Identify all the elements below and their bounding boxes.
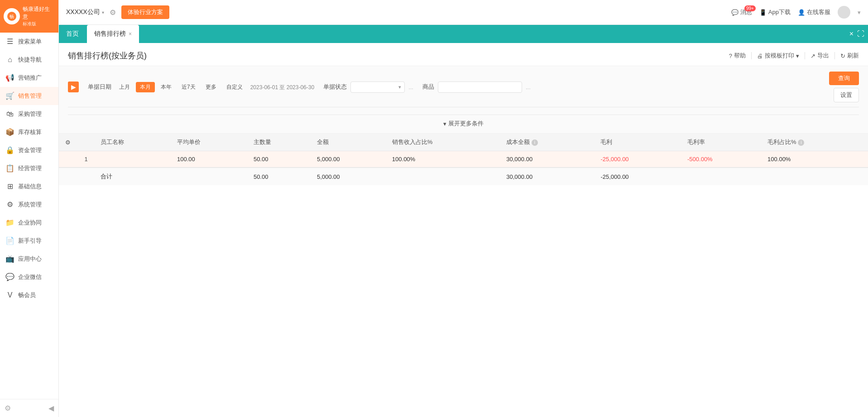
date-btn-this-month[interactable]: 本月 — [136, 82, 155, 92]
col-cost: 成本全额 i — [501, 134, 595, 151]
user-avatar[interactable] — [838, 6, 850, 19]
date-btn-this-year[interactable]: 本年 — [157, 82, 176, 92]
expand-btn[interactable]: ▾ 展开更多条件 — [68, 115, 859, 128]
divider-1 — [751, 52, 752, 59]
online-service-btn[interactable]: 👤 在线客服 — [798, 8, 830, 16]
sidebar-item-purchase[interactable]: 🛍 采购管理 — [0, 105, 58, 123]
sidebar-icon-marketing: 📢 — [5, 73, 14, 82]
help-btn[interactable]: ? 帮助 — [729, 52, 746, 60]
help-icon: ? — [729, 53, 732, 59]
col-gross-pct: 毛利占比% i — [762, 134, 868, 151]
template-print-btn[interactable]: 🖨 按模板打印 ▾ — [757, 52, 799, 60]
page-actions: ? 帮助 🖨 按模板打印 ▾ ↗ 导出 ↻ 刷新 — [729, 52, 859, 60]
footer-sales-pct — [387, 168, 501, 185]
sidebar-label-sales: 销售管理 — [18, 92, 42, 100]
footer-rank-col — [77, 168, 95, 185]
col-main-qty: 主数量 — [248, 134, 312, 151]
sidebar-collapse-icon[interactable]: ◀ — [48, 404, 54, 412]
company-selector[interactable]: XXXXX公司 ▾ — [66, 8, 104, 16]
date-btn-7days[interactable]: 近7天 — [177, 82, 200, 92]
sales-table: ⚙ 员工名称 平均单价 主数量 全额 销售收入占比% 成本全额 i 毛利 毛利率… — [59, 134, 868, 185]
row-avg-price: 100.00 — [172, 151, 248, 168]
notification-btn[interactable]: 💬 消息 99+ — [731, 8, 752, 16]
footer-avg-price — [172, 168, 248, 185]
sidebar-item-guide[interactable]: 📄 新手引导 — [0, 232, 58, 250]
sidebar-item-operations[interactable]: 📋 经营管理 — [0, 159, 58, 177]
row-sales-pct: 100.00% — [387, 151, 501, 168]
row-gross-pct: 100.00% — [762, 151, 868, 168]
row-rank: 1 — [77, 151, 95, 168]
footer-cost: 30,000.00 — [501, 168, 595, 185]
sidebar-item-search-order[interactable]: ☰ 搜索菜单 — [0, 33, 58, 51]
goods-more-icon[interactable]: ... — [526, 84, 531, 91]
export-icon: ↗ — [810, 53, 815, 59]
status-more-icon[interactable]: ... — [408, 84, 413, 91]
goods-input[interactable] — [438, 81, 522, 93]
sidebar-icon-quick-nav: ⌂ — [5, 55, 14, 64]
main-area: XXXXX公司 ▾ ⚙ 体验行业方案 💬 消息 99+ 📱 App下载 👤 在线… — [59, 0, 868, 417]
date-btn-last-month[interactable]: 上月 — [115, 82, 134, 92]
table-header: ⚙ 员工名称 平均单价 主数量 全额 销售收入占比% 成本全额 i 毛利 毛利率… — [59, 134, 868, 151]
sidebar-item-quick-nav[interactable]: ⌂ 快捷导航 — [0, 51, 58, 69]
topbar-gear-icon[interactable]: ⚙ — [110, 8, 116, 17]
company-name: XXXXX公司 — [66, 8, 100, 16]
col-name: 员工名称 — [95, 134, 172, 151]
app-download-btn[interactable]: 📱 App下载 — [759, 8, 791, 16]
grosspct-info-icon[interactable]: i — [798, 139, 804, 146]
tab-sales-ranking[interactable]: 销售排行榜 × — [87, 25, 139, 43]
filter-row-1: ▶ 单据日期 上月 本月 本年 近7天 更多 自定义 2023-06-01 至 … — [68, 72, 859, 102]
sidebar-item-enterprise[interactable]: 📁 企业协同 — [0, 214, 58, 232]
tab-expand-icon[interactable]: ⛶ — [857, 30, 864, 38]
divider-3 — [834, 52, 835, 59]
sidebar-item-inventory[interactable]: 📦 库存核算 — [0, 123, 58, 141]
trial-button[interactable]: 体验行业方案 — [121, 5, 169, 19]
filter-actions: 查询 设置 — [829, 72, 859, 102]
page-title: 销售排行榜(按业务员) — [68, 50, 147, 61]
col-amount: 全额 — [312, 134, 387, 151]
sidebar-settings-icon[interactable]: ⚙ — [5, 404, 11, 412]
footer-gross-rate — [682, 168, 762, 185]
sidebar-icon-member: V — [5, 291, 14, 300]
col-rank — [77, 134, 95, 151]
row-amount: 5,000.00 — [312, 151, 387, 168]
row-settings[interactable] — [59, 151, 77, 168]
col-settings[interactable]: ⚙ — [59, 134, 77, 151]
sidebar-label-search-order: 搜索菜单 — [18, 38, 42, 46]
sidebar-item-finance[interactable]: 🔒 资金管理 — [0, 141, 58, 159]
status-select[interactable] — [350, 81, 405, 93]
export-btn[interactable]: ↗ 导出 — [810, 52, 829, 60]
expand-icon: ▾ — [443, 120, 446, 127]
tab-close-icon[interactable]: × — [129, 31, 132, 37]
date-btn-more[interactable]: 更多 — [201, 82, 221, 92]
sidebar-label-member: 畅会员 — [18, 291, 36, 299]
tab-close-all-icon[interactable]: × — [849, 30, 854, 38]
sidebar-item-basic-info[interactable]: ⊞ 基础信息 — [0, 177, 58, 196]
sidebar-label-system: 系统管理 — [18, 201, 42, 209]
sidebar-label-wechat: 企业微信 — [18, 273, 42, 281]
sidebar-item-sales[interactable]: 🛒 销售管理 — [0, 87, 58, 105]
col-gross-rate: 毛利率 — [682, 134, 762, 151]
export-label: 导出 — [817, 52, 829, 60]
sidebar-icon-sales: 🛒 — [5, 91, 14, 101]
sidebar-item-system[interactable]: ⚙ 系统管理 — [0, 196, 58, 214]
notification-icon: 💬 — [731, 9, 739, 16]
sidebar-nav: ☰ 搜索菜单 ⌂ 快捷导航 📢 营销推广 🛒 销售管理 🛍 采购管理 📦 库存核… — [0, 33, 58, 399]
settings-button[interactable]: 设置 — [834, 88, 859, 102]
date-btn-custom[interactable]: 自定义 — [222, 82, 247, 92]
refresh-btn[interactable]: ↻ 刷新 — [840, 52, 859, 60]
sidebar: 畅 畅康通好生意 标准版 ☰ 搜索菜单 ⌂ 快捷导航 📢 营销推广 🛒 销售管理… — [0, 0, 59, 417]
query-button[interactable]: 查询 — [829, 72, 859, 85]
sidebar-item-member[interactable]: V 畅会员 — [0, 286, 58, 304]
sidebar-item-marketing[interactable]: 📢 营销推广 — [0, 69, 58, 87]
status-filter: 单据状态 ... — [323, 81, 413, 93]
sidebar-label-guide: 新手引导 — [18, 237, 42, 245]
sidebar-label-quick-nav: 快捷导航 — [18, 56, 42, 64]
sidebar-label-marketing: 营销推广 — [18, 74, 42, 82]
date-filter: 单据日期 上月 本月 本年 近7天 更多 自定义 2023-06-01 至 20… — [88, 82, 314, 92]
cost-info-icon[interactable]: i — [532, 139, 538, 146]
refresh-label: 刷新 — [847, 52, 859, 60]
sidebar-item-wechat[interactable]: 💬 企业微信 — [0, 268, 58, 286]
filter-toggle-btn[interactable]: ▶ — [68, 81, 79, 92]
sidebar-item-app-center[interactable]: 📺 应用中心 — [0, 250, 58, 268]
tab-home[interactable]: 首页 — [59, 25, 86, 43]
